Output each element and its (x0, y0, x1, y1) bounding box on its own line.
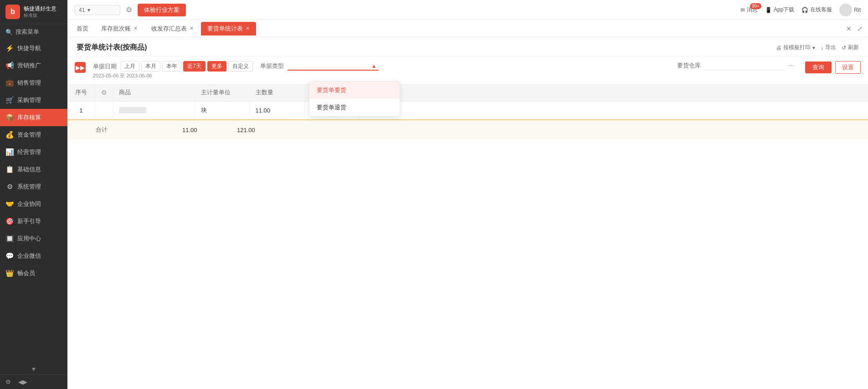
tab-receive-summary[interactable]: 收发存汇总表 ✕ (145, 22, 200, 36)
sidebar-logo: b 畅捷通好生意 标准版 (0, 0, 67, 24)
tab-home[interactable]: 首页 (71, 22, 94, 36)
sidebar-item-operation[interactable]: 📊 经营管理 (0, 143, 67, 161)
print-arrow-icon: ▾ (812, 45, 815, 51)
sidebar: b 畅捷通好生意 标准版 🔍 搜索菜单 ⚡ 快捷导航 📢 营销推广 💼 销售管理… (0, 0, 67, 389)
type-select-input[interactable] (288, 61, 379, 71)
coop-icon: 🤝 (5, 200, 14, 208)
date-btn-last-month[interactable]: 上月 (120, 61, 139, 72)
settings-icon[interactable]: ⚙ (126, 5, 132, 14)
org-selector[interactable]: 41 ▾ (75, 5, 120, 15)
header-right: ✉ 消息 99+ 📱 App下载 🎧 在线客服 Rit (740, 4, 861, 16)
tab-requisition-stats[interactable]: 要货单统计表 ✕ (201, 22, 256, 36)
sidebar-item-purchase[interactable]: 🛒 采购管理 (0, 92, 67, 109)
title-actions: 🖨 按模板打印 ▾ ↓ 导出 ↺ 刷新 (776, 44, 859, 51)
logo-name: 畅捷通好生意 (24, 5, 56, 13)
tabs-expand-button[interactable]: ⤢ (855, 23, 864, 34)
warehouse-label: 要货仓库 (677, 61, 701, 70)
print-action[interactable]: 🖨 按模板打印 ▾ (776, 44, 815, 51)
sidebar-item-guide[interactable]: 🎯 新手引导 (0, 213, 67, 230)
online-service-item[interactable]: 🎧 在线客服 (801, 6, 832, 14)
user-avatar[interactable]: Rit (839, 4, 861, 16)
dropdown-item-requisition[interactable]: 要货单要货 (309, 82, 400, 99)
date-btn-this-year[interactable]: 本年 (162, 61, 181, 72)
tab-inventory-batch[interactable]: 库存批次账 ✕ (95, 22, 144, 36)
warehouse-filter-group: 要货仓库 ··· (677, 61, 794, 70)
col-header-qty: 主数量 (250, 84, 304, 102)
search-button[interactable]: 查询 (805, 61, 832, 73)
page-area: 要货单统计表(按商品) 🖨 按模板打印 ▾ ↓ 导出 ↺ 刷新 (67, 37, 868, 389)
setting-button[interactable]: 设置 (835, 61, 861, 74)
finance-icon: 💰 (5, 131, 14, 139)
sidebar-item-marketing[interactable]: 📢 营销推广 (0, 57, 67, 74)
cell-qty: 11.00 (250, 102, 304, 119)
sidebar-item-basic[interactable]: 📋 基础信息 (0, 161, 67, 178)
col-header-unit: 主计量单位 (195, 84, 250, 102)
date-btn-this-month[interactable]: 本月 (141, 61, 160, 72)
date-btn-more[interactable]: 更多 (207, 61, 226, 72)
sidebar-nav: ⚡ 快捷导航 📢 营销推广 💼 销售管理 🛒 采购管理 📦 库存核算 💰 资金管… (0, 40, 67, 364)
settings-column-icon[interactable]: ⚙ (101, 89, 107, 96)
sales-icon: 💼 (5, 79, 14, 87)
cell-product (113, 102, 195, 119)
cell-extra (359, 102, 868, 119)
warehouse-more-icon[interactable]: ··· (788, 61, 794, 70)
sidebar-item-inventory[interactable]: 📦 库存核算 (0, 109, 67, 126)
sidebar-item-shortcut[interactable]: ⚡ 快捷导航 (0, 40, 67, 57)
sidebar-item-coop[interactable]: 🤝 企业协同 (0, 195, 67, 213)
selector-arrow-icon: ▾ (87, 7, 90, 13)
sidebar-item-finance[interactable]: 💰 资金管理 (0, 126, 67, 143)
filter-bar: ▶▶ 单据日期 上月 本月 本年 近7天 更多 自定义 2023-05- (67, 56, 868, 84)
wechat-icon: 💬 (5, 252, 14, 260)
tab-close-receive-summary[interactable]: ✕ (190, 26, 194, 31)
messages-item[interactable]: ✉ 消息 99+ (740, 6, 758, 14)
date-btn-custom[interactable]: 自定义 (228, 61, 253, 72)
header-left: 41 ▾ ⚙ 体验行业方案 (75, 4, 186, 16)
date-range: 2023-05-06 至 2023-06-06 (93, 72, 253, 79)
industry-btn[interactable]: 体验行业方案 (138, 4, 186, 16)
logo-sub: 标准版 (24, 12, 56, 19)
logo-icon: b (5, 5, 20, 19)
tab-close-inventory-batch[interactable]: ✕ (134, 26, 138, 31)
sidebar-item-sales[interactable]: 💼 销售管理 (0, 74, 67, 92)
refresh-icon: ↺ (842, 45, 846, 51)
tab-close-requisition-stats[interactable]: ✕ (246, 26, 250, 31)
refresh-action[interactable]: ↺ 刷新 (842, 44, 859, 51)
headset-icon: 🎧 (801, 7, 808, 13)
date-label: 单据日期 (93, 62, 117, 71)
app-download-item[interactable]: 📱 App下载 (765, 6, 794, 14)
sidebar-search[interactable]: 🔍 搜索菜单 (0, 24, 67, 40)
cell-unit: 块 (195, 102, 250, 119)
sidebar-bottom: ⚙ ◀▶ (0, 374, 67, 389)
footer-qty: 11.00 (182, 127, 237, 133)
sidebar-scroll-down[interactable]: ▼ (0, 364, 67, 374)
main-content: 41 ▾ ⚙ 体验行业方案 ✉ 消息 99+ 📱 App下载 🎧 在线客服 R (67, 0, 868, 389)
date-filter-group: 单据日期 上月 本月 本年 近7天 更多 自定义 2023-05-06 至 20… (93, 61, 253, 79)
table-footer: 合计 11.00 121.00 (67, 119, 868, 139)
export-action[interactable]: ↓ 导出 (821, 44, 836, 51)
page-title-bar: 要货单统计表(按商品) 🖨 按模板打印 ▾ ↓ 导出 ↺ 刷新 (67, 37, 868, 56)
export-icon: ↓ (821, 45, 823, 51)
sidebar-item-appstore[interactable]: 🔲 应用中心 (0, 230, 67, 247)
sidebar-settings-button[interactable]: ⚙ (5, 379, 11, 385)
filter-toggle-btn[interactable]: ▶▶ (75, 62, 86, 73)
col-header-settings: ⚙ (95, 84, 113, 102)
tabs-close-all-button[interactable]: ✕ (844, 23, 853, 34)
sidebar-item-wechat[interactable]: 💬 企业微信 (0, 247, 67, 265)
top-header: 41 ▾ ⚙ 体验行业方案 ✉ 消息 99+ 📱 App下载 🎧 在线客服 R (67, 0, 868, 20)
col-header-num: 序号 (67, 84, 95, 102)
filter-actions: 查询 设置 (805, 61, 861, 74)
table-header-row: 序号 ⚙ 商品 主计量单位 主数量 零售金额 (67, 84, 868, 102)
sidebar-collapse-button[interactable]: ◀▶ (18, 379, 27, 385)
purchase-icon: 🛒 (5, 96, 14, 104)
data-table: 序号 ⚙ 商品 主计量单位 主数量 零售金额 (67, 84, 868, 119)
inventory-icon: 📦 (5, 113, 14, 122)
sidebar-item-system[interactable]: ⚙ 系统管理 (0, 178, 67, 195)
type-select-wrapper: ▲ (288, 61, 379, 71)
warehouse-input[interactable] (704, 61, 785, 70)
sidebar-item-member[interactable]: 👑 畅会员 (0, 265, 67, 282)
date-btn-7days[interactable]: 近7天 (183, 61, 205, 72)
cell-num: 1 (67, 102, 95, 119)
page-title: 要货单统计表(按商品) (77, 43, 147, 52)
dropdown-item-requisition-return[interactable]: 要货单退货 (309, 99, 400, 116)
date-buttons: 上月 本月 本年 近7天 更多 自定义 (120, 61, 253, 72)
